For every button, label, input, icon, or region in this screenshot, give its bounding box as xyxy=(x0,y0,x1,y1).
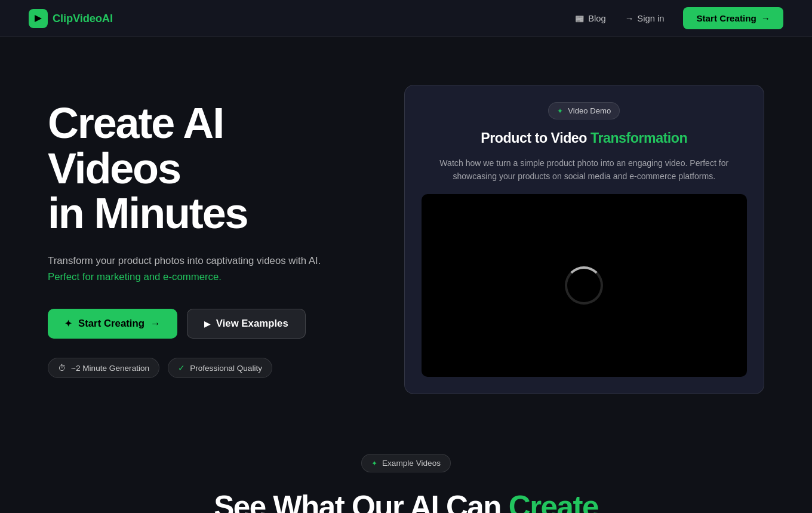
clock-icon xyxy=(58,364,66,373)
demo-tag: Video Demo xyxy=(548,102,620,119)
signin-icon xyxy=(625,14,634,23)
demo-card-description: Watch how we turn a simple product photo… xyxy=(422,157,747,183)
video-placeholder[interactable] xyxy=(422,194,747,377)
sparkle-icon-2 xyxy=(371,459,377,468)
nav-cta-button[interactable]: Start Creating → xyxy=(683,7,783,29)
blog-icon xyxy=(575,14,585,23)
hero-right: Video Demo Product to Video Transformati… xyxy=(404,85,764,394)
hero-left: Create AI Videos in Minutes Transform yo… xyxy=(48,101,376,379)
check-icon xyxy=(178,363,185,373)
view-examples-label: View Examples xyxy=(216,318,288,330)
logo-icon xyxy=(29,9,48,28)
wand-icon xyxy=(64,318,72,330)
quality-badge: Professional Quality xyxy=(168,358,272,378)
sparkle-icon xyxy=(557,106,563,115)
time-badge: ~2 Minute Generation xyxy=(48,358,159,378)
view-examples-button[interactable]: View Examples xyxy=(187,309,306,339)
nav-links: Blog Sign in Start Creating → xyxy=(575,7,783,29)
signin-link[interactable]: Sign in xyxy=(625,14,665,23)
section-tag-label: Example Videos xyxy=(382,459,441,468)
quality-badge-label: Professional Quality xyxy=(190,364,262,373)
loading-spinner xyxy=(565,266,603,305)
hero-badges: ~2 Minute Generation Professional Qualit… xyxy=(48,358,376,378)
navbar: ClipVideoAI Blog Sign in Start Creating … xyxy=(0,0,812,37)
demo-tag-label: Video Demo xyxy=(568,106,611,115)
nav-cta-label: Start Creating xyxy=(696,13,756,23)
hero-subtitle: Transform your product photos into capti… xyxy=(48,253,334,285)
hero-buttons: Start Creating → View Examples xyxy=(48,309,376,339)
hero-section: Create AI Videos in Minutes Transform yo… xyxy=(0,37,812,430)
blog-label: Blog xyxy=(588,14,605,23)
arrow-icon: → xyxy=(150,318,161,330)
section-tag: Example Videos xyxy=(361,454,451,472)
blog-link[interactable]: Blog xyxy=(575,14,605,23)
video-icon xyxy=(204,318,210,330)
demo-card: Video Demo Product to Video Transformati… xyxy=(404,85,764,394)
logo-link[interactable]: ClipVideoAI xyxy=(29,9,113,28)
demo-card-title: Product to Video Transformation xyxy=(422,130,747,146)
start-creating-button[interactable]: Start Creating → xyxy=(48,309,177,339)
logo-text: ClipVideoAI xyxy=(53,12,113,25)
hero-title: Create AI Videos in Minutes xyxy=(48,101,376,236)
section-title: See What Our AI Can Create xyxy=(48,489,764,513)
time-badge-label: ~2 Minute Generation xyxy=(71,364,149,373)
examples-section: Example Videos See What Our AI Can Creat… xyxy=(0,430,812,513)
signin-label: Sign in xyxy=(637,14,664,23)
nav-cta-arrow: → xyxy=(761,13,770,23)
start-creating-label: Start Creating xyxy=(78,318,144,330)
